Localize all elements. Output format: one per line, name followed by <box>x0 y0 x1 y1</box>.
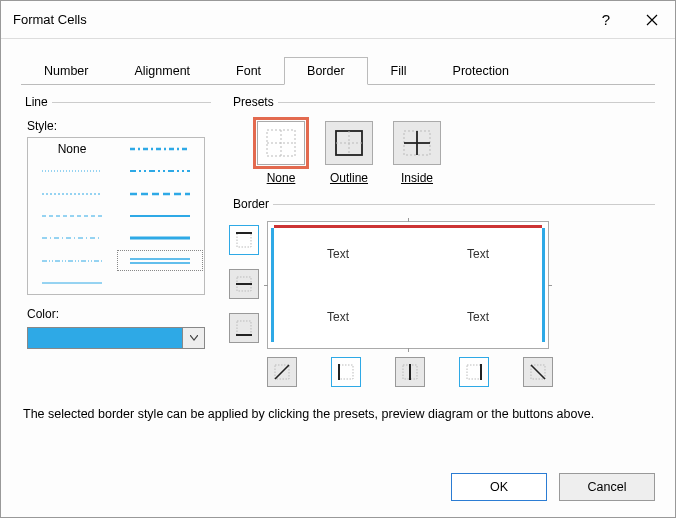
tab-alignment[interactable]: Alignment <box>111 57 213 85</box>
svg-line-37 <box>531 365 545 379</box>
style-dot[interactable] <box>28 183 116 205</box>
svg-rect-26 <box>237 321 251 335</box>
border-hmid-button[interactable] <box>229 269 259 299</box>
preset-outline-label: Outline <box>330 171 368 185</box>
preset-outline-button[interactable] <box>325 121 373 165</box>
border-bottom-button[interactable] <box>229 313 259 343</box>
color-swatch <box>27 327 183 349</box>
style-empty[interactable] <box>116 272 204 294</box>
preset-outline-icon <box>334 129 364 157</box>
right-pane: Presets None Outline <box>229 95 655 387</box>
color-label: Color: <box>27 307 211 321</box>
tab-number[interactable]: Number <box>21 57 111 85</box>
style-dash-thick[interactable] <box>116 183 204 205</box>
footer: OK Cancel <box>451 473 655 501</box>
preset-outline: Outline <box>325 121 373 185</box>
tab-fill[interactable]: Fill <box>368 57 430 85</box>
line-legend: Line <box>21 95 52 109</box>
preview-right-border <box>542 228 545 342</box>
border-vmid-button[interactable] <box>395 357 425 387</box>
border-diag-down-button[interactable] <box>523 357 553 387</box>
preset-inside-icon <box>402 129 432 157</box>
dialog-title: Format Cells <box>13 12 583 27</box>
presets-legend: Presets <box>229 95 278 109</box>
preset-inside-label: Inside <box>401 171 433 185</box>
titlebar: Format Cells ? <box>1 1 675 39</box>
chevron-down-icon <box>190 335 198 341</box>
side-buttons <box>229 225 259 349</box>
color-picker[interactable] <box>27 327 205 349</box>
style-thick[interactable] <box>116 227 204 249</box>
format-cells-dialog: Format Cells ? Number Alignment Font Bor… <box>0 0 676 518</box>
color-dropdown-button[interactable] <box>183 327 205 349</box>
svg-rect-34 <box>467 365 481 379</box>
presets-row: None Outline Inside <box>257 121 655 185</box>
style-dot-fine[interactable] <box>28 160 116 182</box>
preset-inside: Inside <box>393 121 441 185</box>
ok-button[interactable]: OK <box>451 473 547 501</box>
line-group: Line Style: None <box>21 95 211 387</box>
preset-none-button[interactable] <box>257 121 305 165</box>
tab-border[interactable]: Border <box>284 57 368 85</box>
svg-rect-30 <box>339 365 353 379</box>
style-medium[interactable] <box>116 205 204 227</box>
preview-cell: Text <box>408 285 548 348</box>
svg-line-29 <box>275 365 289 379</box>
border-diag-up-button[interactable] <box>267 357 297 387</box>
style-none[interactable]: None <box>28 138 116 160</box>
preview-cell: Text <box>408 222 548 285</box>
border-area: Text Text Text Text <box>229 221 655 349</box>
preset-inside-button[interactable] <box>393 121 441 165</box>
svg-rect-22 <box>237 233 251 247</box>
style-dash[interactable] <box>28 205 116 227</box>
tabs: Number Alignment Font Border Fill Protec… <box>21 57 675 85</box>
tab-font[interactable]: Font <box>213 57 284 85</box>
border-legend: Border <box>229 197 273 211</box>
border-right-button[interactable] <box>459 357 489 387</box>
style-dashdotdot[interactable] <box>116 160 204 182</box>
style-label: Style: <box>27 119 211 133</box>
bottom-buttons <box>267 357 655 387</box>
help-text: The selected border style can be applied… <box>23 407 653 421</box>
preview-left-border <box>271 228 274 342</box>
cancel-button[interactable]: Cancel <box>559 473 655 501</box>
preview-cell: Text <box>268 222 408 285</box>
preset-none-icon <box>266 129 296 157</box>
content-area: Line Style: None <box>1 85 675 387</box>
style-grid[interactable]: None <box>27 137 205 295</box>
preset-none-label: None <box>267 171 296 185</box>
close-button[interactable] <box>629 1 675 39</box>
style-dashdot[interactable] <box>28 227 116 249</box>
style-dashdotdot-thin[interactable] <box>28 249 116 271</box>
tab-protection[interactable]: Protection <box>430 57 532 85</box>
style-double[interactable] <box>116 249 204 271</box>
preset-none: None <box>257 121 305 185</box>
border-preview[interactable]: Text Text Text Text <box>267 221 549 349</box>
preview-top-border <box>274 225 542 228</box>
border-top-button[interactable] <box>229 225 259 255</box>
preview-cell: Text <box>268 285 408 348</box>
style-dashdot-thick[interactable] <box>116 138 204 160</box>
help-button[interactable]: ? <box>583 1 629 39</box>
border-left-button[interactable] <box>331 357 361 387</box>
style-thin[interactable] <box>28 272 116 294</box>
close-icon <box>646 14 658 26</box>
